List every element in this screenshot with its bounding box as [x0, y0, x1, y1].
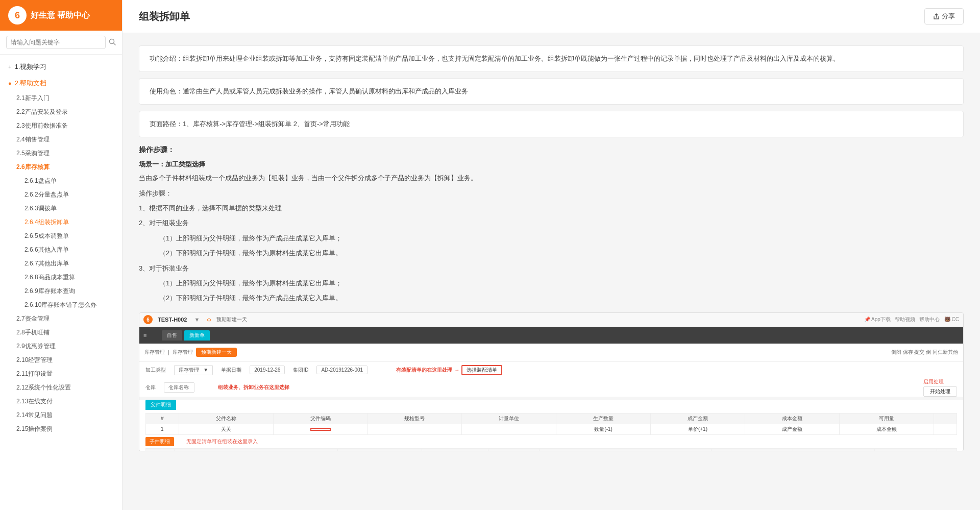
sc-tab-2: 新新单: [184, 330, 210, 341]
minus-icon: ●: [8, 80, 12, 86]
table-row: 1 关关 数量(-1) 单价(+1) 成产金额 成本金额: [146, 424, 957, 434]
sc-logo: 6: [143, 315, 153, 324]
sidebar-item-25[interactable]: 2.5采购管理: [0, 147, 122, 160]
sidebar-item-27[interactable]: 2.7资金管理: [0, 312, 122, 326]
sidebar-header: 6 好生意 帮助中心: [0, 0, 122, 31]
app-title: 好生意 帮助中心: [31, 10, 90, 21]
sc-nav: ≡ 自售 新新单: [139, 327, 963, 344]
step3-1: （1）上部明细为父件明细，最终作为原材料生成某它出库单；: [159, 277, 964, 289]
sc-form-area: 加工类型 库存管理 ▼ 单据日期 2019-12-26 集团ID AD-2019…: [139, 362, 963, 397]
sidebar-item-269[interactable]: 2.6.9库存账本查询: [0, 284, 122, 298]
step1: 1、根据不同的业务，选择不同单据的类型来处理: [139, 202, 964, 214]
breadcrumb-block: 页面路径：1、库存核算->库存管理->组装拆卸单 2、首页->常用功能: [139, 111, 964, 137]
plus-icon: +: [8, 64, 11, 70]
sc-new-btn: 预期新建一天: [196, 348, 237, 357]
search-button[interactable]: [109, 38, 116, 47]
sidebar-item-214[interactable]: 2.14常见问题: [0, 408, 122, 422]
intro-block-2: 使用角色：通常由生产人员或库管人员完成拆装业务的操作，库管人员确认原材料的出库和…: [139, 78, 964, 105]
screenshot-container: 6 TEST-H002 ▼ ⚙ 预期新建一天 📌 App下载 帮助视频 帮助中心…: [139, 312, 964, 451]
sc-table-area: 父件明细 #父件名称父件编码规格型号计量单位生产数量成产金额成本金额可用量 1 …: [139, 400, 963, 437]
sc-child-table: 子件名称商品编码规格型号批次号数量单价 次次单价 次次费用分配材料分段仓位U 1…: [145, 448, 957, 451]
sidebar-item-265[interactable]: 2.6.5成本调整单: [0, 229, 122, 243]
scene-desc: 当由多个子件材料组装成一个成品的业务为【组装】业务，当由一个父件拆分成多个子产品…: [139, 172, 964, 184]
sc-sub-table-area: 子件明细 无固定清单可在组装在这里录入 子件名称商品编码规格型号批次号数量单价 …: [139, 437, 963, 451]
main-header: 组装拆卸单 分享: [122, 0, 980, 33]
annotation-3: 启用处理: [923, 379, 944, 384]
sc-tab-1: 自售: [162, 330, 182, 341]
sidebar-item-26[interactable]: 2.6库存核算: [0, 160, 122, 174]
sidebar-item-212[interactable]: 2.12系统个性化设置: [0, 381, 122, 395]
svg-line-1: [114, 43, 116, 45]
annotation-1: 有装配清单的在这里处理: [396, 367, 452, 374]
sidebar-item-28[interactable]: 2.8手机旺铺: [0, 326, 122, 339]
sidebar-item-215[interactable]: 2.15操作案例: [0, 422, 122, 436]
sidebar-item-23[interactable]: 2.3使用前数据准备: [0, 119, 122, 133]
sidebar: 6 好生意 帮助中心 + 1.视频学习 ● 2.帮助文档 2.1新手入门 2.2…: [0, 0, 122, 510]
sidebar-item-267[interactable]: 2.6.7其他出库单: [0, 257, 122, 271]
sidebar-item-video[interactable]: + 1.视频学习: [0, 59, 122, 75]
sidebar-item-22[interactable]: 2.2产品安装及登录: [0, 105, 122, 119]
sidebar-item-211[interactable]: 2.11打印设置: [0, 367, 122, 381]
step2: 2、对于组装业务: [139, 217, 964, 229]
sidebar-item-210[interactable]: 2.10经营管理: [0, 353, 122, 367]
sidebar-item-262[interactable]: 2.6.2分量盘点单: [0, 188, 122, 202]
sc-parent-table: #父件名称父件编码规格型号计量单位生产数量成产金额成本金额可用量 1 关关 数量…: [145, 413, 957, 435]
sc-topbar: 6 TEST-H002 ▼ ⚙ 预期新建一天 📌 App下载 帮助视频 帮助中心…: [139, 313, 963, 327]
sidebar-item-264[interactable]: 2.6.4组装拆卸单: [0, 215, 122, 229]
step3-2: （2）下部明细为子件明细，最终作为产成品生成某它入库单。: [159, 292, 964, 304]
sidebar-item-213[interactable]: 2.13在线支付: [0, 395, 122, 408]
sidebar-item-266[interactable]: 2.6.6其他入库单: [0, 243, 122, 257]
sidebar-item-261[interactable]: 2.6.1盘点单: [0, 174, 122, 188]
sidebar-item-21[interactable]: 2.1新手入门: [0, 91, 122, 105]
sidebar-item-263[interactable]: 2.6.3调拨单: [0, 202, 122, 215]
annotation-2: 组装业务、拆卸业务在这里选择: [218, 384, 289, 391]
main-content: 功能介绍：组装拆卸单用来处理企业组装或拆卸等加工业务，支持有固定装配清单的产品加…: [122, 33, 980, 510]
step2-2: （2）下部明细为子件明细，最终作为原材料生成某它出库单。: [159, 247, 964, 259]
search-input[interactable]: [6, 36, 106, 49]
op-steps-title: 操作步骤：: [139, 187, 964, 199]
sc-toolbar: 库存管理 | 库存管理 预期新建一天 倒闭 保存 提交 倒 同仁新其他: [139, 344, 963, 362]
share-button[interactable]: 分享: [924, 8, 964, 25]
step3: 3、对于拆装业务: [139, 262, 964, 274]
intro-block-1: 功能介绍：组装拆卸单用来处理企业组装或拆卸等加工业务，支持有固定装配清单的产品加…: [139, 45, 964, 72]
step2-1: （1）上部明细为父件明细，最终作为产成品生成某它入库单；: [159, 232, 964, 244]
sidebar-item-docs[interactable]: ● 2.帮助文档: [0, 75, 122, 91]
page-title: 组装拆卸单: [139, 10, 190, 23]
sidebar-item-24[interactable]: 2.4销售管理: [0, 133, 122, 147]
screenshot-inner: 6 TEST-H002 ▼ ⚙ 预期新建一天 📌 App下载 帮助视频 帮助中心…: [139, 313, 963, 451]
annotation-4: 无固定清单可在组装在这里录入: [186, 438, 258, 445]
sidebar-item-2610[interactable]: 2.6.10库存账本错了怎么办: [0, 298, 122, 312]
steps-title: 操作步骤：: [139, 145, 964, 155]
scene-title: 场景一：加工类型选择: [139, 160, 964, 169]
nav-list: + 1.视频学习 ● 2.帮助文档 2.1新手入门 2.2产品安装及登录 2.3…: [0, 55, 122, 510]
search-box: [0, 31, 122, 55]
sidebar-item-29[interactable]: 2.9优惠券管理: [0, 339, 122, 353]
app-logo: 6: [8, 6, 27, 25]
main-area: 组装拆卸单 分享 功能介绍：组装拆卸单用来处理企业组装或拆卸等加工业务，支持有固…: [122, 0, 980, 510]
sidebar-item-268[interactable]: 2.6.8商品成本重算: [0, 271, 122, 284]
